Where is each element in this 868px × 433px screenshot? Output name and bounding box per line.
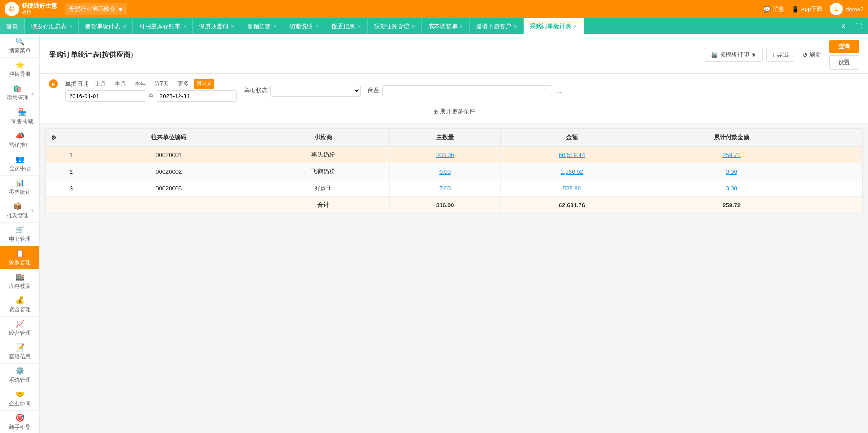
close-icon[interactable]: × <box>231 24 234 29</box>
tab-yaoqingxiayou[interactable]: 邀请下游客户 × <box>470 18 524 34</box>
maximize-button[interactable]: ⛶ <box>853 22 864 31</box>
export-button[interactable]: ↓ 导出 <box>766 48 795 62</box>
amount-link[interactable]: 1,586.52 <box>561 168 584 175</box>
sidebar-item-retail-stats[interactable]: 📊 零售统计 <box>0 176 39 199</box>
cell-index: 2 <box>62 163 80 180</box>
close-icon[interactable]: × <box>412 24 415 29</box>
amount-link[interactable]: 525.80 <box>563 185 581 192</box>
date-from-input[interactable] <box>65 90 146 102</box>
footer-qty: 316.00 <box>390 197 501 214</box>
sidebar-item-purchase[interactable]: 📋 采购管理 <box>0 246 39 270</box>
query-button[interactable]: 查询 <box>829 40 859 53</box>
tab-chengbentiaoz[interactable]: 成本调整单 × <box>422 18 470 34</box>
tab-gongnengshuo[interactable]: 功能说明 × <box>283 18 325 34</box>
tab-keyongliang[interactable]: 可用量库存账本 × <box>133 18 193 34</box>
qty-link[interactable]: 303.00 <box>436 152 454 158</box>
sidebar-item-wholesale[interactable]: 📦 批发管理 ▼ <box>0 199 39 223</box>
paid-link[interactable]: 259.72 <box>722 152 741 158</box>
table-row[interactable]: 2 00020002 飞鹤奶粉 6.00 1,586.52 0.00 <box>46 163 862 180</box>
tab-label: 邀请下游客户 <box>476 22 511 30</box>
tab-home[interactable]: 首页 <box>0 18 25 34</box>
amount-link[interactable]: 60,519.44 <box>559 152 585 158</box>
export-icon: ↓ <box>772 52 775 58</box>
settings-button[interactable]: 设置 <box>829 55 859 70</box>
status-select[interactable] <box>270 85 361 97</box>
sidebar-item-basic[interactable]: 📝 基础信息 <box>0 340 39 364</box>
col-extra <box>820 129 862 147</box>
tab-caigou[interactable]: 采购订单统计表 × <box>524 18 583 34</box>
qty-link[interactable]: 6.00 <box>439 168 451 175</box>
close-icon[interactable]: × <box>574 24 576 29</box>
user-info[interactable]: E demo2 <box>830 3 863 15</box>
shortcut-this-year[interactable]: 本年 <box>131 79 149 89</box>
sidebar-item-shortcut[interactable]: ⭐ 快捷导航 <box>0 58 39 81</box>
print-button[interactable]: 🖨️ 按模板打印 ▼ <box>705 48 763 62</box>
top-bar-left: 好 畅捷通好生意 标版 母婴行业演示账套 ▼ <box>5 2 127 16</box>
tab-zhihuorenwu[interactable]: 拣货任务管理 × <box>368 18 421 34</box>
filter-row-1: ▶ 单据日期 上月 本月 本年 近7天 更多 自定义 <box>49 79 859 102</box>
paid-link[interactable]: 0.00 <box>726 168 737 175</box>
close-icon[interactable]: × <box>514 24 517 29</box>
expand-more-button[interactable]: ⊕ 展开更多条件 <box>433 105 475 117</box>
sidebar-item-marketing[interactable]: 📣 营销推广 <box>0 128 39 152</box>
tab-shoufahuizhong[interactable]: 收发存汇总表 × <box>25 18 79 34</box>
shortcut-more[interactable]: 更多 <box>174 79 192 89</box>
shortcut-this-month[interactable]: 本月 <box>111 79 129 89</box>
close-icon[interactable]: × <box>123 24 126 29</box>
close-icon[interactable]: × <box>460 24 463 29</box>
refresh-button[interactable]: ↺ 刷新 <box>798 48 826 61</box>
sidebar-item-enterprise[interactable]: 🤝 企业协同 <box>0 387 39 411</box>
close-icon[interactable]: × <box>358 24 361 29</box>
tab-chaochuyu[interactable]: 超储预警 × <box>241 18 283 34</box>
table-row[interactable]: 3 00020005 好孩子 7.00 525.80 0.00 <box>46 180 862 197</box>
logo-area: 好 畅捷通好生意 标版 <box>5 2 57 16</box>
sidebar-item-newguide[interactable]: 🎯 新手引导 <box>0 411 39 433</box>
filter-toggle-arrow[interactable]: ▶ <box>49 79 58 88</box>
tab-peizhi[interactable]: 配置信息 × <box>326 18 368 34</box>
goods-more-button[interactable]: … <box>554 87 563 94</box>
sidebar-item-ecommerce[interactable]: 🛒 电商管理 <box>0 223 39 246</box>
close-icon[interactable]: × <box>316 24 318 29</box>
app-download-button[interactable]: 📱 App下载 <box>792 5 823 13</box>
page-title: 采购订单统计表(按供应商) <box>49 50 133 60</box>
close-icon[interactable]: × <box>183 24 186 29</box>
tab-yaohuo[interactable]: 要货单统计表 × <box>79 18 132 34</box>
col-supplier: 供应商 <box>257 129 390 147</box>
col-amount: 金额 <box>501 129 643 147</box>
col-settings[interactable]: ⚙ <box>46 129 62 147</box>
tab-label: 功能说明 <box>289 22 313 30</box>
close-all-tabs-button[interactable]: ✕ <box>838 22 849 31</box>
goods-filter-label: 商品 <box>368 86 380 95</box>
expand-label: 展开更多条件 <box>440 107 475 115</box>
sidebar-item-system[interactable]: ⚙️ 系统管理 <box>0 364 39 387</box>
sidebar-item-retail-shop[interactable]: 🏪 零售商城 <box>0 105 39 128</box>
tab-baozhouqi[interactable]: 保质期查询 × <box>193 18 241 34</box>
workspace-selector[interactable]: 母婴行业演示账套 ▼ <box>65 3 127 15</box>
shopping-bag-icon: 🛍️ <box>13 84 22 93</box>
message-button[interactable]: 💬 消息 <box>764 5 784 13</box>
sidebar-item-operation[interactable]: 📈 经营管理 <box>0 317 39 340</box>
sidebar-item-inventory[interactable]: 🏬 库存核算 <box>0 270 39 293</box>
cell-supplier: 惠氏奶粉 <box>257 147 390 163</box>
stats-icon: 📈 <box>15 319 24 328</box>
sidebar-item-retail[interactable]: 🛍️ 零售管理 ▲ <box>0 81 39 105</box>
close-icon[interactable]: × <box>69 24 72 29</box>
paid-link[interactable]: 0.00 <box>726 185 737 192</box>
shortcut-last-month[interactable]: 上月 <box>91 79 109 89</box>
refresh-icon: ↺ <box>802 52 807 58</box>
sidebar-item-finance[interactable]: 💰 资金管理 <box>0 293 39 317</box>
footer-settings-cell <box>46 197 62 214</box>
sidebar-item-member[interactable]: 👥 会员中心 <box>0 152 39 176</box>
qty-link[interactable]: 7.00 <box>439 185 451 192</box>
date-separator: 至 <box>148 92 154 100</box>
cell-amount: 525.80 <box>501 180 643 197</box>
tab-label: 超储预警 <box>247 22 271 30</box>
sidebar-item-label: 基础信息 <box>9 353 31 361</box>
date-to-input[interactable] <box>156 90 237 102</box>
sidebar-item-search[interactable]: 🔍 搜索菜单 <box>0 34 39 58</box>
tab-label: 拣货任务管理 <box>374 22 409 30</box>
table-row[interactable]: 1 00020001 惠氏奶粉 303.00 60,519.44 259.72 <box>46 147 862 163</box>
goods-input[interactable] <box>382 85 552 96</box>
close-icon[interactable]: × <box>274 24 276 29</box>
shortcut-7days[interactable]: 近7天 <box>151 79 172 89</box>
